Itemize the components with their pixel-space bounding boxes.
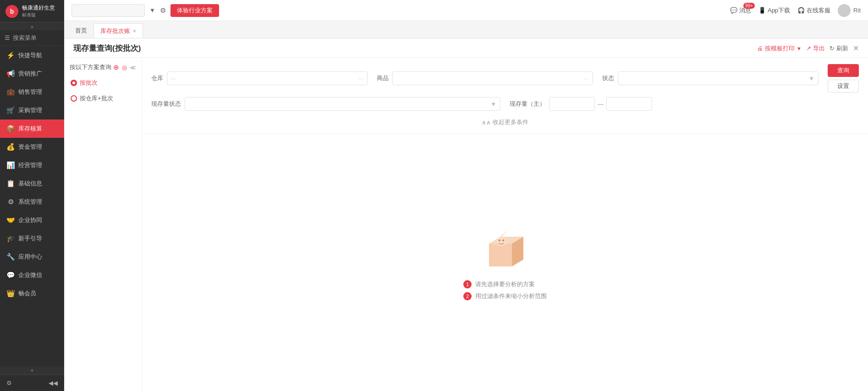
stock-qty-min[interactable] — [549, 97, 595, 111]
settings-plan-icon[interactable]: ◎ — [122, 64, 127, 71]
sidebar-item-系统管理[interactable]: ⚙系统管理 — [0, 193, 64, 211]
topbar-dropdown-icon[interactable]: ▼ — [149, 7, 155, 14]
filter-row-2: 现存量状态 ▼ 现存量（主） — — [151, 97, 859, 111]
scroll-down-arrow[interactable]: ▼ — [0, 367, 64, 375]
online-service-btn[interactable]: 🎧 在线客服 — [797, 6, 830, 15]
nav-icon-13: 👑 — [6, 289, 15, 298]
sidebar-item-应用中心[interactable]: 🔧应用中心 — [0, 248, 64, 266]
nav-label-8: 系统管理 — [18, 198, 42, 206]
app-logo: b — [5, 5, 18, 18]
empty-step-2: 2 用过滤条件来缩小分析范围 — [463, 292, 547, 300]
plan-list: 按批次 按仓库+批次 — [64, 75, 142, 386]
product-input[interactable]: ··· — [392, 71, 593, 85]
nav-icon-9: 🤝 — [6, 216, 15, 224]
nav-icon-8: ⚙ — [6, 198, 15, 206]
page-close-button[interactable]: ✕ — [853, 44, 859, 53]
nav-label-6: 经营管理 — [18, 161, 42, 169]
nav-label-13: 畅会员 — [18, 289, 36, 298]
empty-text: 1 请先选择要分析的方案 2 用过滤条件来缩小分析范围 — [463, 280, 547, 300]
user-name: Rit — [853, 7, 861, 14]
step-1-num: 1 — [463, 280, 472, 288]
sidebar-item-企业微信[interactable]: 💬企业微信 — [0, 266, 64, 284]
export-icon: ↗ — [806, 45, 811, 52]
app-download-btn[interactable]: 📱 App下载 — [758, 6, 790, 15]
scroll-up-arrow[interactable]: ▲ — [0, 22, 64, 30]
search-icon: ☰ — [5, 34, 10, 41]
add-plan-icon[interactable]: ⊕ — [113, 63, 119, 71]
empty-step-1: 1 请先选择要分析的方案 — [463, 280, 547, 288]
topbar-search-input[interactable] — [71, 4, 145, 17]
warehouse-more-icon[interactable]: ··· — [358, 75, 363, 82]
filter-status: 状态 ▼ — [602, 71, 819, 85]
step-2-text: 用过滤条件来缩小分析范围 — [475, 292, 547, 300]
nav-label-0: 快捷导航 — [18, 51, 42, 60]
service-icon: 🎧 — [797, 7, 805, 14]
tab-close-icon[interactable]: × — [133, 28, 136, 34]
export-button[interactable]: ↗ 导出 — [806, 44, 825, 53]
status-dropdown-icon: ▼ — [808, 75, 814, 82]
tabbar: 首页 库存批次账 × — [64, 21, 868, 38]
collapse-up-icon: ∧∧ — [482, 119, 491, 126]
user-section[interactable]: Rit — [838, 4, 861, 17]
topbar-gear-icon[interactable]: ⚙ — [160, 6, 166, 15]
settings-button[interactable]: 设置 — [828, 80, 859, 92]
stock-status-select[interactable]: ▼ — [185, 97, 500, 111]
plan-item-warehouse-batch[interactable]: 按仓库+批次 — [64, 91, 142, 106]
sidebar-item-资金管理[interactable]: 💰资金管理 — [0, 138, 64, 156]
sidebar-item-新手引导[interactable]: 🎓新手引导 — [0, 229, 64, 248]
page-actions: 🖨 按模板打印 ▼ ↗ 导出 ↻ 刷新 ✕ — [757, 44, 859, 53]
sidebar-search[interactable]: ☰ 搜索菜单 — [0, 30, 64, 46]
page-title: 现存量查询(按批次) — [73, 43, 141, 54]
nav-label-12: 企业微信 — [18, 271, 42, 279]
warehouse-label: 仓库 — [151, 74, 163, 82]
nav-label-2: 销售管理 — [18, 88, 42, 96]
warehouse-input[interactable]: ··· ··· — [167, 71, 368, 85]
nav-icon-0: ⚡ — [6, 51, 15, 60]
plan-item-batch[interactable]: 按批次 — [64, 75, 142, 91]
sidebar-item-畅会员[interactable]: 👑畅会员 — [0, 284, 64, 303]
sidebar-item-快捷导航[interactable]: ⚡快捷导航 — [0, 46, 64, 65]
settings-icon[interactable]: ⚙ — [6, 380, 12, 386]
sidebar-item-基础信息[interactable]: 📋基础信息 — [0, 174, 64, 193]
nav-icon-1: 📢 — [6, 70, 15, 78]
collapse-panel-icon[interactable]: ≪ — [130, 64, 136, 71]
stock-status-label: 现存量状态 — [151, 100, 181, 108]
nav-icon-10: 🎓 — [6, 234, 15, 243]
plan-dot-batch — [71, 80, 77, 86]
message-icon: 💬 — [730, 7, 737, 14]
collapse-icon[interactable]: ◀◀ — [49, 380, 58, 386]
print-dropdown-icon[interactable]: ▼ — [797, 46, 802, 51]
tab-home[interactable]: 首页 — [69, 23, 93, 38]
messages-badge[interactable]: 💬 消息 99+ — [730, 6, 751, 15]
sidebar-item-销售管理[interactable]: 💼销售管理 — [0, 83, 64, 101]
tab-stock-batch[interactable]: 库存批次账 × — [93, 23, 143, 38]
status-label: 状态 — [602, 74, 614, 82]
sidebar-item-营销推广[interactable]: 📢营销推广 — [0, 65, 64, 83]
trial-button[interactable]: 体验行业方案 — [170, 4, 219, 17]
topbar-left: ▼ ⚙ 体验行业方案 — [71, 4, 725, 17]
stock-status-dropdown-icon: ▼ — [490, 101, 496, 108]
product-more-icon[interactable]: ··· — [584, 75, 589, 82]
panel-header-actions: ⊕ ◎ ≪ — [113, 63, 136, 71]
sidebar-item-经营管理[interactable]: 📊经营管理 — [0, 156, 64, 174]
print-button[interactable]: 🖨 按模板打印 ▼ — [757, 44, 802, 53]
user-avatar — [838, 4, 851, 17]
sidebar-item-企业协同[interactable]: 🤝企业协同 — [0, 211, 64, 229]
warehouse-placeholder: ··· — [171, 75, 176, 82]
nav-icon-2: 💼 — [6, 88, 15, 96]
sidebar-item-库存核算[interactable]: 📦库存核算 — [0, 119, 64, 138]
filter-row-1: 仓库 ··· ··· 商品 ··· — [151, 64, 859, 92]
nav-label-3: 采购管理 — [18, 106, 42, 114]
query-button[interactable]: 查询 — [828, 64, 859, 77]
nav-label-4: 库存核算 — [18, 125, 42, 133]
svg-point-5 — [499, 239, 500, 241]
sidebar-item-采购管理[interactable]: 🛒采购管理 — [0, 101, 64, 119]
nav-icon-4: 📦 — [6, 125, 15, 133]
filter-warehouse: 仓库 ··· ··· — [151, 71, 368, 85]
status-select[interactable]: ▼ — [618, 71, 819, 85]
empty-illustration — [478, 225, 533, 271]
nav-label-10: 新手引导 — [18, 234, 42, 243]
stock-qty-max[interactable] — [606, 97, 652, 111]
refresh-button[interactable]: ↻ 刷新 — [830, 44, 848, 53]
collapse-filters-btn[interactable]: ∧∧ 收起更多条件 — [151, 115, 859, 129]
